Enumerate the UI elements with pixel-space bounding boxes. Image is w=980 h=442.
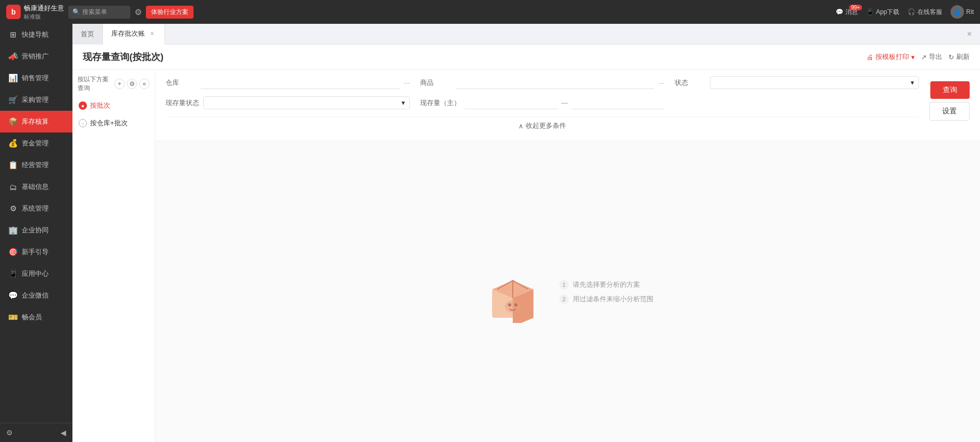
warehouse-more-icon[interactable]: ··· bbox=[404, 79, 410, 87]
warehouse-input[interactable] bbox=[201, 77, 399, 89]
sales-icon: 📊 bbox=[8, 73, 18, 83]
tip-item-2: 2 用过滤条件来缩小分析范围 bbox=[559, 294, 654, 304]
scheme-item-label: 按批次 bbox=[90, 101, 110, 110]
filter-group-warehouse: 仓库 ··· bbox=[166, 77, 410, 89]
refresh-button[interactable]: ↻ 刷新 bbox=[948, 52, 970, 62]
finance-icon: 💰 bbox=[8, 139, 18, 148]
header-right: 💬 消息 99+ 📱 App下载 🎧 在线客服 👤 Rit bbox=[836, 5, 974, 19]
sidebar-item-finance[interactable]: 💰 资金管理 bbox=[0, 132, 72, 154]
settings-button[interactable]: 设置 bbox=[929, 102, 970, 121]
tip-text-2: 用过滤条件来缩小分析范围 bbox=[573, 294, 654, 304]
filter-row-2: 现存量状态 ▾ 现存量（主） bbox=[166, 96, 919, 109]
app-download-label: App下载 bbox=[876, 8, 899, 17]
search-placeholder: 搜索菜单 bbox=[82, 8, 107, 17]
scheme-inactive-dot: ○ bbox=[79, 119, 87, 127]
scheme-item-batch[interactable]: ● 按批次 bbox=[72, 97, 155, 114]
headset-icon: 🎧 bbox=[908, 8, 915, 16]
scheme-header-label: 按以下方案查询 bbox=[78, 75, 114, 93]
filter-group-stock-status: 现存量状态 ▾ bbox=[166, 96, 410, 109]
stock-status-label: 现存量状态 bbox=[166, 98, 199, 108]
scheme-active-dot: ● bbox=[79, 101, 87, 110]
collapse-icon: ∧ bbox=[518, 122, 524, 130]
top-header: b 畅康通好生意 标准版 🔍 搜索菜单 ⚙ 体验行业方案 💬 消息 99+ 📱 … bbox=[0, 0, 980, 24]
stock-qty-range: — bbox=[465, 97, 664, 109]
svg-point-5 bbox=[514, 303, 517, 306]
logo-area: b 畅康通好生意 标准版 bbox=[6, 4, 64, 21]
header-gear-button[interactable]: ⚙ bbox=[135, 7, 142, 17]
sidebar-item-label: 新手引导 bbox=[22, 247, 49, 257]
tab-close-button[interactable]: × bbox=[148, 30, 156, 38]
sidebar-item-purchase[interactable]: 🛒 采购管理 bbox=[0, 89, 72, 111]
warehouse-label: 仓库 bbox=[166, 78, 197, 87]
username: Rit bbox=[966, 8, 974, 16]
online-service-button[interactable]: 🎧 在线客服 bbox=[908, 8, 942, 17]
page-header: 现存量查询(按批次) 🖨 按模板打印 ▾ ↗ 导出 ↻ 刷新 bbox=[72, 45, 980, 70]
message-icon: 💬 bbox=[836, 8, 843, 16]
product-input[interactable] bbox=[455, 77, 654, 89]
print-dropdown-icon: ▾ bbox=[911, 53, 915, 61]
scheme-collapse-button[interactable]: « bbox=[139, 79, 150, 89]
refresh-label: 刷新 bbox=[956, 52, 970, 62]
status-select[interactable]: ▾ bbox=[710, 76, 919, 89]
search-icon: 🔍 bbox=[72, 8, 80, 16]
collapse-more-button[interactable]: ∧ 收起更多条件 bbox=[166, 116, 919, 135]
sidebar-item-marketing[interactable]: 📣 营销推广 bbox=[0, 46, 72, 67]
sidebar-settings-button[interactable]: ⚙ bbox=[6, 429, 13, 437]
tip-num-1: 1 bbox=[559, 280, 569, 289]
page-title: 现存量查询(按批次) bbox=[83, 51, 164, 63]
sidebar-item-enterprise[interactable]: 🏢 企业协同 bbox=[0, 219, 72, 241]
filter-area: 仓库 ··· 商品 ··· 状态 bbox=[155, 70, 980, 141]
tab-home[interactable]: 首页 bbox=[72, 24, 103, 45]
tab-home-label: 首页 bbox=[81, 30, 94, 39]
experience-button[interactable]: 体验行业方案 bbox=[146, 6, 194, 19]
print-button[interactable]: 🖨 按模板打印 ▾ bbox=[867, 52, 915, 62]
print-label: 按模板打印 bbox=[875, 52, 909, 62]
stock-qty-from[interactable] bbox=[465, 97, 558, 109]
sidebar-item-appstore[interactable]: 📱 应用中心 bbox=[0, 263, 72, 285]
sidebar-bottom: ⚙ ◀ bbox=[0, 423, 72, 442]
sidebar-collapse-button[interactable]: ◀ bbox=[61, 429, 66, 437]
stock-qty-label: 现存量（主） bbox=[420, 98, 461, 108]
stock-qty-to[interactable] bbox=[571, 97, 665, 109]
sidebar-item-shortcut[interactable]: ⊞ 快捷导航 bbox=[0, 24, 72, 46]
stock-status-chevron-icon: ▾ bbox=[402, 99, 405, 107]
product-more-icon[interactable]: ··· bbox=[658, 79, 664, 87]
sidebar-item-member[interactable]: 🎫 畅会员 bbox=[0, 306, 72, 328]
refresh-icon: ↻ bbox=[948, 53, 954, 61]
scheme-item-warehouse-batch[interactable]: ○ 按仓库+批次 bbox=[72, 114, 155, 132]
filter-group-stock-qty: 现存量（主） — bbox=[420, 97, 664, 109]
operations-icon: 📋 bbox=[8, 160, 18, 170]
tab-batch-account[interactable]: 库存批次账 × bbox=[103, 24, 165, 45]
scheme-item-label: 按仓库+批次 bbox=[90, 119, 128, 128]
sidebar-item-operations[interactable]: 📋 经营管理 bbox=[0, 154, 72, 176]
stock-status-select[interactable]: ▾ bbox=[203, 96, 410, 109]
sidebar-item-basic[interactable]: 🗂 基础信息 bbox=[0, 176, 72, 198]
tab-bar: 首页 库存批次账 × × bbox=[72, 24, 980, 45]
export-button[interactable]: ↗ 导出 bbox=[921, 52, 942, 62]
shortcut-icon: ⊞ bbox=[8, 30, 18, 39]
sidebar-item-wechat[interactable]: 💬 企业微信 bbox=[0, 285, 72, 306]
sidebar-item-label: 快捷导航 bbox=[22, 30, 49, 39]
tip-num-2: 2 bbox=[559, 294, 569, 304]
tip-text-1: 请先选择要分析的方案 bbox=[573, 280, 640, 289]
scheme-settings-button[interactable]: ⚙ bbox=[127, 79, 137, 89]
range-dash: — bbox=[561, 99, 568, 107]
sidebar-item-sales[interactable]: 📊 销售管理 bbox=[0, 67, 72, 89]
query-button[interactable]: 查询 bbox=[930, 81, 970, 99]
menu-search[interactable]: 🔍 搜索菜单 bbox=[68, 6, 130, 19]
tab-right-close-button[interactable]: × bbox=[959, 30, 980, 39]
scheme-header: 按以下方案查询 + ⚙ « bbox=[72, 75, 155, 97]
sidebar-item-label: 企业微信 bbox=[22, 291, 49, 300]
tip-item-1: 1 请先选择要分析的方案 bbox=[559, 280, 654, 289]
filter-actions: 查询 设置 bbox=[929, 76, 980, 135]
page-content: 现存量查询(按批次) 🖨 按模板打印 ▾ ↗ 导出 ↻ 刷新 bbox=[72, 45, 980, 442]
scheme-add-button[interactable]: + bbox=[114, 79, 125, 89]
app-download-button[interactable]: 📱 App下载 bbox=[866, 8, 899, 17]
sidebar-item-inventory[interactable]: 📦 库存核算 bbox=[0, 111, 72, 132]
user-avatar-button[interactable]: 👤 Rit bbox=[951, 5, 974, 19]
export-label: 导出 bbox=[929, 52, 942, 62]
sidebar-item-guide[interactable]: 🎯 新手引导 bbox=[0, 241, 72, 263]
sidebar-item-system[interactable]: ⚙ 系统管理 bbox=[0, 198, 72, 219]
main-layout: ⊞ 快捷导航 📣 营销推广 📊 销售管理 🛒 采购管理 📦 库存核算 💰 资金管… bbox=[0, 24, 980, 442]
message-button[interactable]: 💬 消息 99+ bbox=[836, 8, 858, 17]
